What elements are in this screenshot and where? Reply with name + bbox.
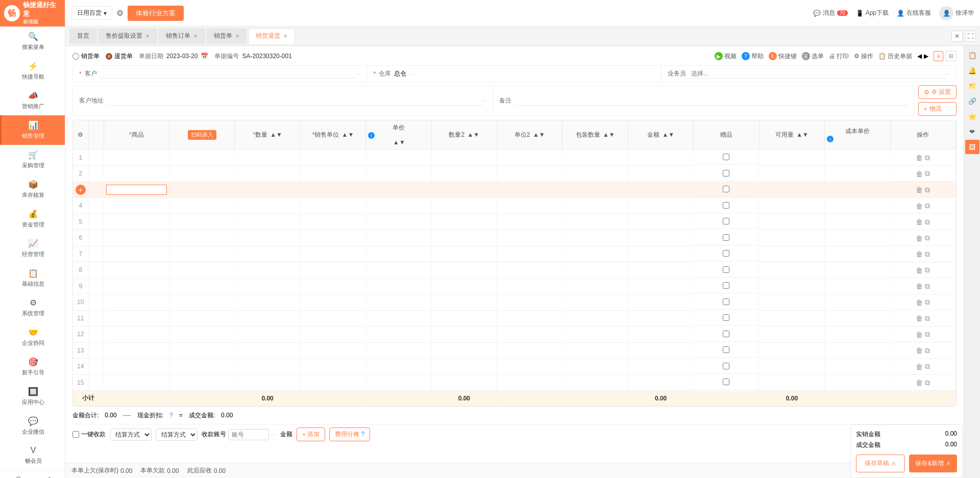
row2-gift-checkbox[interactable] [723, 170, 729, 177]
account-input[interactable] [228, 429, 269, 440]
grid-view-btn[interactable]: ⊞ [945, 51, 957, 61]
row9-gift-checkbox[interactable] [723, 282, 729, 289]
row1-gift-checkbox[interactable] [723, 154, 729, 160]
price-sort-icon[interactable]: ▲▼ [393, 139, 405, 146]
customer-input[interactable] [100, 69, 356, 79]
unit-sort-icon[interactable]: ▲▼ [342, 131, 354, 138]
row1-product-cell[interactable] [104, 149, 169, 166]
qty2-sort-icon[interactable]: ▲▼ [467, 131, 479, 138]
costprice-info-icon[interactable]: i [827, 136, 834, 142]
row1-product-input[interactable] [106, 154, 167, 161]
discount-help-icon[interactable]: ? [169, 412, 173, 419]
history-action[interactable]: 📋 历史单据 [878, 52, 912, 61]
sidebar-item-marketing[interactable]: 📣 营销推广 [0, 86, 65, 115]
qty-sort-icon[interactable]: ▲▼ [270, 131, 282, 138]
row13-delete-icon[interactable]: 🗑 [916, 346, 923, 355]
side-icon-bell[interactable]: 🔔 [965, 63, 979, 78]
online-service-btn[interactable]: 👤 在线客服 [897, 9, 931, 17]
save-new-btn[interactable]: 保存&新增 ∧ [909, 455, 957, 472]
sidebar-item-finance[interactable]: 💰 资金管理 [0, 204, 65, 234]
row11-gift-checkbox[interactable] [723, 314, 729, 321]
row1-qty2-cell[interactable] [431, 149, 497, 166]
row14-copy-icon[interactable]: ⧉ [925, 362, 930, 371]
tab-return[interactable]: 销货退货 ✕ [248, 28, 295, 44]
tab-sales-order[interactable]: 销售订单 ✕ [158, 28, 205, 44]
price-info-icon[interactable]: i [368, 132, 375, 139]
close-all-btn[interactable]: ✕ [951, 31, 963, 42]
calc-method-select[interactable]: 结算方式 [110, 429, 152, 441]
row3-packqty-cell[interactable] [562, 182, 628, 198]
side-icon-active[interactable]: 🖼 [965, 140, 979, 154]
sidebar-item-search[interactable]: 🔍 搜索菜单 [0, 27, 65, 56]
row7-gift-checkbox[interactable] [723, 250, 729, 257]
row3-price-cell[interactable] [366, 182, 431, 198]
row3-available-cell[interactable] [759, 182, 824, 198]
address-select-icon[interactable]: ··· [481, 97, 486, 104]
sidebar-item-member[interactable]: V 畅会员 [0, 441, 65, 470]
tab-sales-bill-close[interactable]: ✕ [235, 33, 239, 39]
row12-gift-checkbox[interactable] [723, 331, 729, 337]
row3-copy-icon[interactable]: ⧉ [925, 186, 930, 194]
row4-copy-icon[interactable]: ⧉ [925, 202, 930, 210]
row3-product-cell[interactable] [104, 182, 169, 198]
row2-price-cell[interactable] [366, 166, 431, 182]
next-btn[interactable]: ▶ [924, 53, 928, 60]
row13-gift-checkbox[interactable] [723, 346, 729, 353]
side-icon-doc[interactable]: 📋 [965, 48, 979, 62]
radio-sales-bill[interactable]: 销货单 [72, 52, 100, 61]
setting-btn[interactable]: ⚙ ⚙ 设置 [918, 85, 957, 99]
row7-copy-icon[interactable]: ⧉ [925, 250, 930, 259]
settings-gear-icon[interactable]: ⚙ [116, 8, 124, 18]
radio-return-bill[interactable]: 退货单 [106, 52, 133, 61]
prev-btn[interactable]: ◀ [917, 53, 922, 60]
sidebar-item-operations[interactable]: 📈 经营管理 [0, 234, 65, 263]
row7-delete-icon[interactable]: 🗑 [916, 250, 923, 258]
row1-unit-cell[interactable] [300, 149, 365, 166]
user-info[interactable]: 👤 徐泽华 [939, 6, 974, 20]
row14-gift-checkbox[interactable] [723, 363, 729, 369]
radio-sales-input[interactable] [72, 53, 79, 60]
side-icon-star[interactable]: ⭐ [965, 109, 979, 123]
row1-packqty-cell[interactable] [562, 149, 628, 166]
staff-input[interactable] [689, 69, 945, 79]
add-row-btn[interactable]: + [76, 185, 86, 195]
tab-return-close[interactable]: ✕ [283, 33, 287, 39]
packqty-sort-icon[interactable]: ▲▼ [603, 131, 615, 138]
fullscreen-btn[interactable]: ⛶ [965, 31, 976, 42]
row1-amount-cell[interactable] [628, 149, 693, 166]
sidebar-collapse-btn[interactable]: ◀ [44, 474, 50, 478]
category-select[interactable]: 日用百货 ▾ [71, 6, 112, 20]
account-dots[interactable]: ··· [271, 431, 276, 438]
row1-qty-cell[interactable] [235, 149, 300, 166]
add-pay-btn[interactable]: + 添加 [297, 427, 325, 441]
row15-copy-icon[interactable]: ⧉ [925, 379, 930, 387]
row2-copy-icon[interactable]: ⧉ [925, 169, 930, 178]
row9-delete-icon[interactable]: 🗑 [916, 282, 923, 290]
warehouse-select-icon[interactable]: ··· [408, 70, 413, 78]
operation-action[interactable]: ⚙ 操作 [854, 52, 873, 61]
row11-delete-icon[interactable]: 🗑 [916, 314, 923, 322]
app-download-btn[interactable]: 📱 App下载 [856, 9, 889, 17]
scan-btn[interactable]: 扫码录入 [188, 130, 216, 140]
fenbai-help-icon[interactable]: ? [361, 431, 364, 438]
row6-copy-icon[interactable]: ⧉ [925, 234, 930, 242]
tab-price-close[interactable]: ✕ [145, 33, 150, 39]
row6-gift-checkbox[interactable] [723, 234, 729, 241]
sidebar-item-appstore[interactable]: 🔲 应用中心 [0, 382, 65, 411]
sidebar-item-system[interactable]: ⚙ 系统管理 [0, 293, 65, 322]
row5-copy-icon[interactable]: ⧉ [925, 218, 930, 227]
row11-copy-icon[interactable]: ⧉ [925, 314, 930, 323]
row8-delete-icon[interactable]: 🗑 [916, 266, 923, 274]
tab-price-setting[interactable]: 售价提取设置 ✕ [98, 28, 157, 44]
wuliu-btn[interactable]: + 物流 [918, 102, 957, 116]
row2-amount-cell[interactable] [628, 166, 693, 182]
row6-delete-icon[interactable]: 🗑 [916, 234, 923, 242]
calendar-icon[interactable]: 📅 [201, 53, 208, 60]
row8-copy-icon[interactable]: ⧉ [925, 266, 930, 274]
tab-sales-order-close[interactable]: ✕ [193, 33, 198, 39]
row2-unit2-cell[interactable] [497, 166, 562, 182]
side-icon-folder[interactable]: 📁 [965, 79, 979, 93]
remark-input[interactable] [514, 96, 907, 106]
amount-sort-icon[interactable]: ▲▼ [662, 131, 674, 138]
message-btn[interactable]: 💬 消息 70 [813, 9, 848, 17]
